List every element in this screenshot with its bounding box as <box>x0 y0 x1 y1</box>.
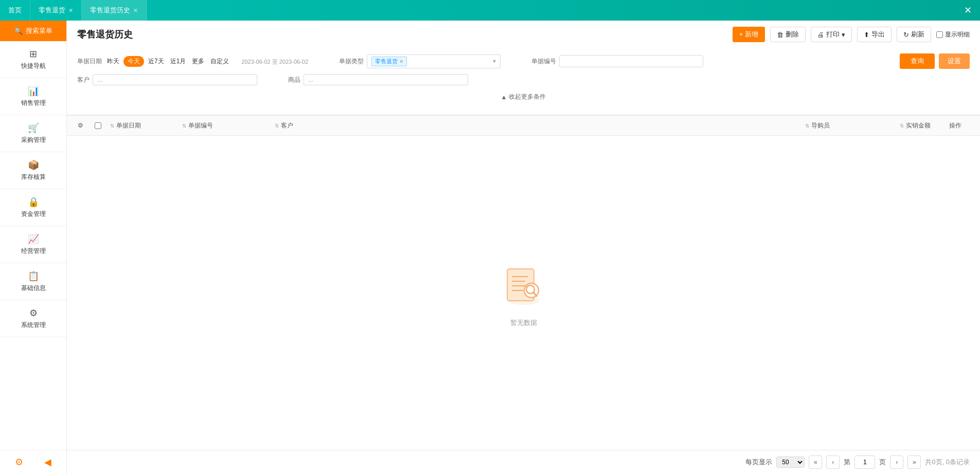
total-records: 共0页, 0条记录 <box>925 458 970 467</box>
sn-filter-input[interactable] <box>559 55 703 67</box>
date-opt-7days[interactable]: 近7天 <box>146 56 166 67</box>
type-filter-select[interactable]: 零售退货 ✕ ▾ <box>367 54 501 68</box>
print-icon: 🖨 <box>817 31 824 39</box>
tab-retail-return-close[interactable]: ✕ <box>68 7 73 14</box>
goods-filter-select[interactable]: ... <box>304 74 468 85</box>
show-detail-input[interactable] <box>936 31 943 38</box>
purchase-icon: 🛒 <box>28 122 39 134</box>
th-customer[interactable]: ⇅ 客户 <box>271 121 801 130</box>
empty-state: 暂无数据 <box>67 136 980 450</box>
sidebar-item-purchase-label: 采购管理 <box>21 136 46 144</box>
date-opt-yesterday[interactable]: 昨天 <box>105 56 121 67</box>
sidebar-item-quick-nav[interactable]: ⊞ 快捷导航 <box>0 41 66 78</box>
th-sn[interactable]: ⇅ 单据编号 <box>178 121 271 130</box>
page-goto-label: 第 <box>844 458 850 467</box>
window-close-button[interactable]: ✕ <box>964 5 980 16</box>
th-guide[interactable]: ⇅ 导购员 <box>801 121 873 130</box>
sort-date-icon: ⇅ <box>110 123 114 129</box>
tab-retail-return-history-label: 零售退货历史 <box>90 6 130 15</box>
delete-button[interactable]: 🗑 删除 <box>770 27 806 42</box>
page-label: 页 <box>879 458 886 467</box>
page-size-select[interactable]: 20 50 100 <box>776 457 805 468</box>
pagination-bar: 每页显示 20 50 100 « ‹ 第 页 › » 共0页, 0条记录 <box>67 450 980 474</box>
date-opt-1month[interactable]: 近1月 <box>168 56 188 67</box>
sidebar-item-basic-info[interactable]: 📋 基础信息 <box>0 263 66 300</box>
empty-text: 暂无数据 <box>510 318 537 327</box>
type-filter-tag: 零售退货 ✕ <box>371 57 407 66</box>
th-amount[interactable]: ⇅ 实销金额 <box>873 121 935 130</box>
tab-retail-return-history-close[interactable]: ✕ <box>133 7 138 14</box>
sidebar-item-system-mgmt[interactable]: ⚙ 系统管理 <box>0 300 66 337</box>
collapse-sidebar-icon[interactable]: ◀ <box>44 457 51 468</box>
tab-home[interactable]: + 新增 首页 <box>0 0 30 21</box>
goods-ellipsis: ... <box>308 76 313 83</box>
print-button[interactable]: 🖨 打印 ▾ <box>811 27 852 42</box>
th-check[interactable] <box>90 122 106 129</box>
page-number-input[interactable] <box>854 455 875 469</box>
sidebar-item-business-label: 经营管理 <box>21 247 46 256</box>
th-settings[interactable]: ⚙ <box>71 122 90 129</box>
sidebar-item-sales-mgmt[interactable]: 📊 销售管理 <box>0 78 66 115</box>
select-all-checkbox[interactable] <box>95 122 101 129</box>
top-bar: + 新增 首页 零售退货 ✕ 零售退货历史 ✕ ✕ <box>0 0 980 21</box>
inventory-icon: 📦 <box>28 159 39 171</box>
tab-retail-return-label: 零售退货 <box>39 6 65 15</box>
th-action: 操作 <box>935 121 976 130</box>
export-button[interactable]: ⬆ 导出 <box>857 27 892 42</box>
print-chevron-icon: ▾ <box>842 31 845 39</box>
sidebar-item-system-label: 系统管理 <box>21 321 46 330</box>
refresh-button[interactable]: ↻ 刷新 <box>897 27 931 42</box>
date-filter-label: 单据日期 <box>77 57 102 66</box>
next-page-button[interactable]: › <box>890 455 903 469</box>
date-opt-more[interactable]: 更多 <box>190 56 206 67</box>
filter-area: 单据日期 昨天 今天 近7天 近1月 更多 自定义 2023-06-02 至 2… <box>77 48 970 115</box>
type-tag-close[interactable]: ✕ <box>399 59 403 64</box>
date-range-text: 2023-06-02 至 2023-06-02 <box>241 58 308 66</box>
settings-button[interactable]: 设置 <box>939 53 970 69</box>
add-button[interactable]: + 新增 <box>733 27 765 42</box>
sort-sn-icon: ⇅ <box>182 123 186 129</box>
sidebar-item-sales-label: 销售管理 <box>21 99 46 107</box>
filter-row-2: 客户 ... 商品 ... <box>77 74 970 85</box>
finance-icon: 🔒 <box>28 196 39 208</box>
main-layout: 🔍 搜索菜单 ⊞ 快捷导航 📊 销售管理 🛒 采购管理 📦 库存核算 🔒 资金管… <box>0 21 980 474</box>
type-select-chevron: ▾ <box>493 58 496 65</box>
sn-filter-label: 单据编号 <box>531 57 556 66</box>
last-page-button[interactable]: » <box>907 455 921 469</box>
sidebar-item-inventory[interactable]: 📦 库存核算 <box>0 152 66 189</box>
sidebar-search[interactable]: 🔍 搜索菜单 <box>0 21 66 41</box>
settings-bottom-icon[interactable]: ⚙ <box>15 457 23 468</box>
content-area: 零售退货历史 + 新增 🗑 删除 🖨 打印 ▾ ⬆ 导出 <box>67 21 980 474</box>
prev-page-button[interactable]: ‹ <box>826 455 840 469</box>
sidebar-item-finance-label: 资金管理 <box>21 210 46 218</box>
query-button[interactable]: 查询 <box>900 53 935 69</box>
goods-filter-group: 商品 ... <box>288 74 468 85</box>
tab-retail-return-history[interactable]: 零售退货历史 ✕ <box>82 0 147 21</box>
collapse-filter-button[interactable]: ▲ 收起更多条件 <box>495 90 553 103</box>
date-opt-custom[interactable]: 自定义 <box>208 56 231 67</box>
sidebar-item-finance-mgmt[interactable]: 🔒 资金管理 <box>0 189 66 226</box>
tab-retail-return[interactable]: 零售退货 ✕ <box>30 0 82 21</box>
customer-filter-select[interactable]: ... <box>93 74 257 85</box>
sort-customer-icon: ⇅ <box>275 123 279 129</box>
goods-filter-label: 商品 <box>288 76 300 84</box>
sn-filter-group: 单据编号 <box>531 55 703 67</box>
show-detail-checkbox[interactable]: 显示明细 <box>936 30 970 39</box>
table-container: ⚙ ⇅ 单据日期 ⇅ 单据编号 ⇅ 客户 ⇅ <box>67 115 980 450</box>
first-page-button[interactable]: « <box>809 455 822 469</box>
date-filter-group: 单据日期 昨天 今天 近7天 近1月 更多 自定义 <box>77 56 231 67</box>
th-date[interactable]: ⇅ 单据日期 <box>106 121 178 130</box>
sidebar-bottom: ⚙ ◀ <box>0 450 66 474</box>
page-title-row: 零售退货历史 + 新增 🗑 删除 🖨 打印 ▾ ⬆ 导出 <box>77 27 970 42</box>
filter-row-1: 单据日期 昨天 今天 近7天 近1月 更多 自定义 2023-06-02 至 2… <box>77 53 970 69</box>
sort-amount-icon: ⇅ <box>900 123 904 129</box>
collapse-up-icon: ▲ <box>501 94 507 101</box>
settings-icon: ⚙ <box>78 122 83 129</box>
page-header: 零售退货历史 + 新增 🗑 删除 🖨 打印 ▾ ⬆ 导出 <box>67 21 980 115</box>
date-opt-today[interactable]: 今天 <box>123 56 144 67</box>
sidebar-item-business-mgmt[interactable]: 📈 经营管理 <box>0 226 66 263</box>
tab-list: + 新增 首页 零售退货 ✕ 零售退货历史 ✕ <box>0 0 964 21</box>
sidebar-item-purchase-mgmt[interactable]: 🛒 采购管理 <box>0 115 66 152</box>
customer-filter-label: 客户 <box>77 76 90 84</box>
tab-home-label: 首页 <box>8 6 22 15</box>
